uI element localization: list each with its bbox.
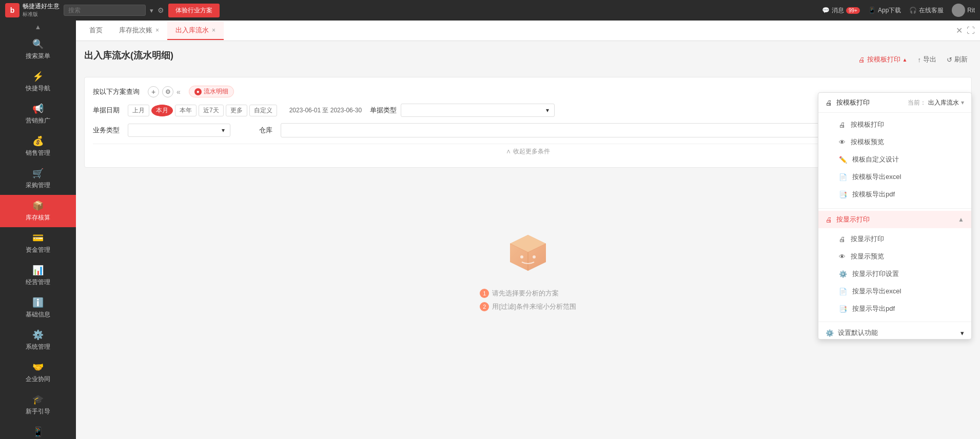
template-pdf-label: 按模板导出pdf — [852, 190, 895, 199]
business-type-dropdown-icon: ▾ — [222, 127, 225, 134]
display-excel-item[interactable]: 📄 按显示导出excel — [818, 283, 971, 300]
sidebar-item-system[interactable]: ⚙️ 系统管理 — [0, 324, 76, 356]
tab-home[interactable]: 首页 — [81, 22, 111, 40]
message-item[interactable]: 💬 消息 99+ — [822, 6, 860, 15]
settings-icon[interactable]: ⚙ — [158, 6, 164, 14]
display-section-icon: 🖨 — [826, 216, 832, 224]
tip-item-2: 2 用[过滤]条件来缩小分析范围 — [480, 302, 576, 311]
refresh-button[interactable]: ↺ 刷新 — [943, 53, 972, 66]
search-dropdown-icon[interactable]: ▾ — [150, 7, 153, 14]
trial-button[interactable]: 体验行业方案 — [168, 4, 220, 17]
tip-text-2: 用[过滤]条件来缩小分析范围 — [492, 302, 576, 311]
filter-tag[interactable]: ● 流水明细 — [189, 86, 234, 97]
dropdown-footer[interactable]: ⚙️ 设置默认功能 ▾ — [818, 324, 971, 339]
sidebar-item-sales[interactable]: 💰 销售管理 — [0, 130, 76, 163]
sidebar-item-purchase[interactable]: 🛒 采购管理 — [0, 163, 76, 195]
add-filter-button[interactable]: + — [148, 86, 159, 97]
sidebar-item-label: 营销推广 — [26, 116, 50, 125]
sidebar-item-finance[interactable]: 💳 资金管理 — [0, 227, 76, 260]
tab-close-all-icon[interactable]: ✕ — [956, 26, 963, 35]
tip-num-1: 1 — [480, 289, 489, 298]
sidebar-item-quick-nav[interactable]: ⚡ 快捷导航 — [0, 66, 76, 98]
top-bar-left: b 畅捷通好生意 标准版 ▾ ⚙ 体验行业方案 — [5, 3, 220, 18]
dropdown-header[interactable]: 🖨 按模板打印 当前： 出入库流水 ▾ — [818, 93, 971, 113]
sidebar-item-label: 经营管理 — [26, 278, 50, 287]
message-icon: 💬 — [822, 7, 830, 14]
collapse-more-label: 收起更多条件 — [513, 148, 550, 155]
display-settings-item[interactable]: ⚙️ 按显示打印设置 — [818, 265, 971, 283]
page-toolbar-right: 🖨 按模板打印 ▲ ↑ 导出 ↺ 刷新 — [854, 53, 972, 66]
sidebar-item-app-center[interactable]: 📱 应用中心 — [0, 421, 76, 439]
date-this-year[interactable]: 本年 — [175, 105, 197, 116]
display-section-arrow: ▲ — [958, 216, 964, 223]
filter-label: 按以下方案查询 — [93, 87, 140, 96]
display-print-item[interactable]: 🖨 按显示打印 — [818, 230, 971, 248]
display-excel-label: 按显示导出excel — [852, 287, 901, 296]
template-print-item[interactable]: 🖨 按模板打印 — [818, 116, 971, 133]
template-print-button[interactable]: 🖨 按模板打印 ▲ — [854, 53, 912, 66]
search-input[interactable] — [64, 5, 146, 16]
quick-nav-icon: ⚡ — [32, 71, 44, 82]
main-layout: ▲ 🔍 搜索菜单 ⚡ 快捷导航 📢 营销推广 💰 销售管理 🛒 采购管理 📦 库… — [0, 21, 980, 439]
app-download-label: App下载 — [878, 6, 901, 15]
logo-area: b 畅捷通好生意 标准版 — [5, 3, 60, 18]
display-excel-icon: 📄 — [839, 288, 847, 295]
template-pdf-item[interactable]: 📑 按模板导出pdf — [818, 186, 971, 203]
template-custom-label: 模板自定义设计 — [852, 155, 899, 164]
template-excel-label: 按模板导出excel — [852, 172, 901, 182]
sidebar-item-label: 库存核算 — [26, 213, 50, 222]
tab-batch-account-close[interactable]: × — [155, 27, 159, 34]
date-custom[interactable]: 自定义 — [249, 105, 277, 116]
user-item[interactable]: Rit — [952, 4, 975, 17]
display-section-items: 🖨 按显示打印 👁 按显示预览 ⚙️ 按显示打印设置 📄 — [818, 228, 971, 320]
tab-flow[interactable]: 出入库流水 × — [167, 22, 224, 40]
bill-type-dropdown-icon: ▾ — [546, 107, 549, 114]
tab-flow-close[interactable]: × — [212, 27, 215, 34]
sidebar-item-guide[interactable]: 🎓 新手引导 — [0, 389, 76, 421]
tab-batch-account[interactable]: 库存批次账 × — [111, 22, 167, 40]
app-download-item[interactable]: 📱 App下载 — [868, 6, 901, 15]
corp-icon: 🤝 — [32, 362, 44, 373]
print-arrow-icon: ▲ — [903, 57, 908, 63]
sidebar-item-basic[interactable]: ℹ️ 基础信息 — [0, 292, 76, 324]
collapse-filter-button[interactable]: « — [177, 88, 181, 96]
app-title: 畅捷通好生意 — [23, 3, 60, 11]
date-last-month[interactable]: 上月 — [128, 105, 149, 116]
sidebar-item-inventory[interactable]: 📦 库存核算 — [0, 195, 76, 227]
display-print-label: 按显示打印 — [851, 234, 884, 244]
current-label: 当前： — [908, 98, 926, 107]
sidebar-scroll-up[interactable]: ▲ — [0, 21, 76, 33]
template-custom-item[interactable]: ✏️ 模板自定义设计 — [818, 151, 971, 168]
template-excel-item[interactable]: 📄 按模板导出excel — [818, 168, 971, 186]
dropdown-divider-1 — [818, 208, 971, 209]
template-custom-icon: ✏️ — [839, 156, 847, 164]
sidebar-item-operations[interactable]: 📊 经营管理 — [0, 260, 76, 292]
operations-icon: 📊 — [32, 265, 44, 276]
app-download-icon: 📱 — [868, 7, 876, 14]
business-type-select[interactable]: ▾ — [128, 124, 230, 137]
date-more[interactable]: 更多 — [226, 105, 247, 116]
avatar — [952, 4, 965, 17]
settings-footer-icon: ⚙️ — [826, 329, 834, 337]
tab-expand-icon[interactable]: ⛶ — [967, 26, 975, 35]
sidebar-item-marketing[interactable]: 📢 营销推广 — [0, 98, 76, 130]
export-button[interactable]: ↑ 导出 — [914, 53, 941, 66]
template-preview-item[interactable]: 👁 按模板预览 — [818, 133, 971, 151]
sidebar-item-label: 新手引导 — [26, 407, 50, 416]
sidebar-item-corp[interactable]: 🤝 企业协同 — [0, 356, 76, 389]
template-print-label: 按模板打印 — [851, 120, 884, 129]
footer-arrow: ▾ — [961, 329, 964, 337]
sidebar-item-search[interactable]: 🔍 搜索菜单 — [0, 33, 76, 66]
template-print-icon: 🖨 — [839, 121, 846, 129]
date-this-month[interactable]: 本月 — [151, 105, 173, 116]
display-pdf-item[interactable]: 📑 按显示导出pdf — [818, 300, 971, 317]
online-service-item[interactable]: 🎧 在线客服 — [909, 6, 944, 15]
sidebar-item-label: 系统管理 — [26, 343, 50, 351]
filter-actions: + ⚙ « — [148, 86, 181, 97]
display-section-header[interactable]: 🖨 按显示打印 ▲ — [818, 211, 971, 228]
display-settings-icon: ⚙️ — [839, 270, 847, 278]
date-last7[interactable]: 近7天 — [199, 105, 224, 116]
filter-settings-button[interactable]: ⚙ — [162, 86, 173, 97]
display-preview-item[interactable]: 👁 按显示预览 — [818, 248, 971, 265]
bill-type-select[interactable]: ▾ — [401, 104, 555, 117]
